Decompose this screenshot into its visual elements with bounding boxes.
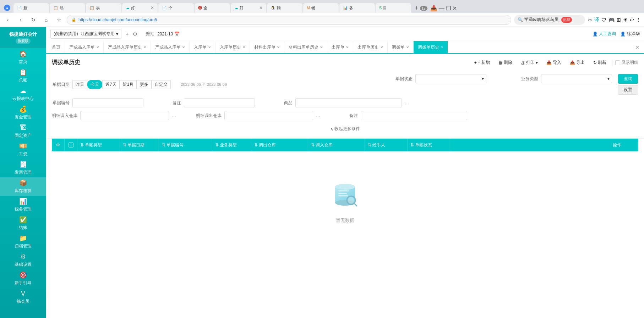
browser-tab-7[interactable]: ☁ 好 ✕ [231,3,266,13]
th-out[interactable]: ⇅ 调出仓库 [251,139,308,151]
browser-tab-5[interactable]: 📄 个 [158,3,194,13]
tab-stock-in-history-close[interactable]: ✕ [242,45,245,49]
tab-product-in-2[interactable]: 产成品入库单 ✕ [151,41,190,54]
tab-stock-in[interactable]: 入库单 ✕ [190,41,215,54]
tab-out-history[interactable]: 出库单历史 ✕ [353,41,388,54]
grid-icon[interactable]: ⊞ [617,17,621,23]
date-today-button[interactable]: 今天 [87,80,102,89]
address-bar[interactable]: 🔒 https://cloud.chanjet.com/accounting/u… [67,15,511,25]
extension-icon-1[interactable]: 🛡 [601,17,606,23]
period-selector[interactable]: 2021-10 📅 [157,32,180,37]
new-tab-button[interactable]: + [415,5,419,12]
tab-download-icon[interactable]: 📥 [430,5,437,12]
th-no[interactable]: ⇅ 单据编号 [159,139,212,151]
settings-gear-icon[interactable]: ⚙ [133,31,137,37]
th-status[interactable]: ⇅ 单账状态 [408,139,450,151]
close-browser-button[interactable]: ✕ [452,5,457,12]
bookmark-button[interactable]: ☆ [54,15,64,25]
detail-in-more-icon[interactable]: … [172,113,176,118]
undo-icon[interactable]: ↩ [630,17,634,23]
home-button[interactable]: ⌂ [41,15,51,25]
sidebar-item-settings[interactable]: ⚙ 基础设置 [0,251,46,269]
browser-tab-1[interactable]: 📄 新 [13,3,49,13]
close-all-tabs-button[interactable]: ✕ [632,44,643,51]
browser-tab-11[interactable]: S 目 [376,3,411,13]
show-all-toggle[interactable]: 显示明细 [615,60,638,66]
tab-transfer-close[interactable]: ✕ [406,45,409,49]
goods-input[interactable] [295,98,402,107]
collapse-button[interactable]: ∧ 收起更多条件 [330,126,360,132]
sidebar-item-member[interactable]: V 畅会员 [0,288,46,306]
delete-button[interactable]: 🗑 删除 [496,58,515,67]
sidebar-item-salary[interactable]: 💴 工资 [0,140,46,159]
th-biz[interactable]: ⇅ 业务类型 [212,139,251,151]
add-company-button[interactable]: + [126,31,129,37]
date-7days-button[interactable]: 近7天 [102,80,120,89]
sidebar-item-ledger[interactable]: 📋 总账 [0,67,46,85]
tab-out[interactable]: 出库单 ✕ [327,41,353,54]
sidebar-item-invoice[interactable]: 🧾 发票管理 [0,159,46,177]
detail-out-more-icon[interactable]: … [316,113,320,118]
minimize-button[interactable]: — [439,5,444,12]
th-in[interactable]: ⇅ 调入仓库 [308,139,365,151]
sidebar-item-home[interactable]: 🏠 首页 [0,48,46,67]
th-checkbox[interactable] [65,139,77,151]
goods-more-icon[interactable]: … [405,100,409,105]
tab-material-out[interactable]: 材料出库单 ✕ [250,41,284,54]
new-button[interactable]: + + 新增 [471,58,493,67]
note-input[interactable] [184,98,255,107]
date-custom-button[interactable]: 自定义 [152,80,171,89]
translate-icon[interactable]: 译 [594,17,599,23]
settings-button[interactable]: 设置 [618,85,638,95]
detail-out-input[interactable] [224,111,313,120]
tab-product-in[interactable]: 产成品入库单 ✕ [65,41,104,54]
reload-button[interactable]: ↻ [28,15,38,25]
browser-tab-3[interactable]: 📋 易 [86,3,121,13]
date-more-button[interactable]: 更多 [137,80,152,89]
query-button[interactable]: 查询 [618,74,638,84]
sidebar-item-fund[interactable]: 💰 资金管理 [0,104,46,122]
tab-material-out-close[interactable]: ✕ [277,45,280,49]
tab-product-in-close[interactable]: ✕ [96,45,99,49]
sidebar-item-close[interactable]: ✅ 结账 [0,214,46,233]
tab-product-in-2-close[interactable]: ✕ [182,45,185,49]
browser-tab-6[interactable]: 🅒 企 [195,3,230,13]
date-1month-button[interactable]: 近1月 [120,80,137,89]
import-button[interactable]: 📥 导入 [544,58,564,67]
show-all-checkbox[interactable] [615,60,620,65]
th-date[interactable]: ⇅ 单据日期 [120,139,159,151]
browser-tab-2[interactable]: 📋 易 [50,3,85,13]
sidebar-item-tax[interactable]: 📊 税务管理 [0,196,46,214]
tab-home[interactable]: 首页 [48,41,65,54]
tab-stock-in-history[interactable]: 入库单历史 ✕ [215,41,250,54]
tab-product-in-history-close[interactable]: ✕ [143,45,146,49]
browser-tab-10[interactable]: 📊 各 [339,3,375,13]
tab-product-in-history[interactable]: 产成品入库单历史 ✕ [104,41,151,54]
search-bar[interactable]: 🔍 学霸应聘场驱鸟员 热搜 [514,15,585,25]
sidebar-item-inventory[interactable]: 📦 库存核算 [0,177,46,196]
tab-close-7[interactable]: ✕ [259,5,263,10]
th-type[interactable]: ⇅ 单账类型 [77,139,120,151]
service-button[interactable]: 👤 人工咨询 [593,31,616,37]
tab-transfer-history[interactable]: 调拨单历史 ✕ [414,41,448,54]
sidebar-item-archive[interactable]: 📁 归档管理 [0,233,46,251]
note2-input[interactable] [361,111,467,120]
sidebar-item-report[interactable]: ☁ 云报表中心 [0,85,46,104]
no-input[interactable] [72,98,143,107]
browser-tab-8[interactable]: 🐧 腾 [267,3,302,13]
company-selector[interactable]: (勿删勿禁用）江西服宝测试专用 ▾ [50,29,121,39]
browser-tab-4[interactable]: ☁ 好 ✕ [122,3,158,13]
extension-icon-2[interactable]: 🎮 [608,17,615,23]
scissors-icon[interactable]: ✂ [588,17,592,23]
forward-button[interactable]: › [16,15,26,25]
user-info[interactable]: 👤 徐泽华 [620,31,640,37]
sidebar-item-guide[interactable]: 🎯 新手引导 [0,269,46,288]
menu-icon[interactable]: ⋮ [636,17,641,23]
tab-material-out-history[interactable]: 材料出库单历史 ✕ [284,41,327,54]
tab-close-4[interactable]: ✕ [151,5,154,10]
tab-out-close[interactable]: ✕ [346,45,349,49]
th-person[interactable]: ⇅ 经手人 [365,139,408,151]
sidebar-item-asset[interactable]: 🏗 固定资产 [0,122,46,140]
date-yesterday-button[interactable]: 昨天 [72,80,87,89]
status-select[interactable]: ▾ [415,74,486,83]
